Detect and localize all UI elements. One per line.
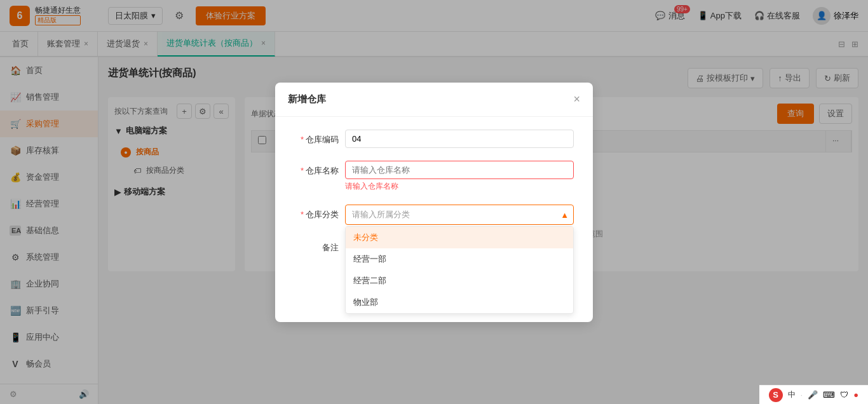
status-bar: S 中 · 🎤 ⌨ 🛡 ● [759,385,868,404]
category-placeholder: 请输入所属分类 [352,209,410,220]
dropdown-option-0[interactable]: 未分类 [346,227,573,248]
category-input-wrap[interactable]: 请输入所属分类 [345,205,574,225]
mic-icon[interactable]: 🎤 [808,390,818,400]
shield-icon: 🛡 [840,390,848,400]
category-field: 请输入所属分类 ▲ 未分类 经营一部 经营二部 物业部 [345,205,574,225]
code-label: 仓库编码 [294,130,345,145]
s-icon: S [769,388,783,402]
dot-separator: · [801,390,803,400]
keyboard-icon[interactable]: ⌨ [823,390,835,400]
dropdown-option-1[interactable]: 经营一部 [346,248,573,270]
category-label: 仓库分类 [294,205,345,220]
chevron-up-icon[interactable]: ▲ [560,210,569,219]
form-row-code: 仓库编码 [294,130,574,148]
code-input[interactable] [345,130,574,148]
red-dot-icon: ● [853,390,858,400]
note-label: 备注 [294,238,345,253]
form-row-name: 仓库名称 请输入仓库名称 [294,161,574,192]
name-label: 仓库名称 [294,161,345,177]
dialog-title: 新增仓库 [288,93,326,105]
form-row-category: 仓库分类 请输入所属分类 ▲ 未分类 经营一部 经营二部 物业部 [294,205,574,225]
dropdown-option-3[interactable]: 物业部 [346,292,573,313]
dialog-close-button[interactable]: × [573,93,580,106]
code-field [345,130,574,148]
dropdown-option-2[interactable]: 经营二部 [346,270,573,292]
zhong-label: 中 [788,389,796,400]
name-field: 请输入仓库名称 [345,161,574,192]
name-error-text: 请输入仓库名称 [345,181,574,192]
dialog-add-warehouse: 新增仓库 × 仓库编码 仓库名称 请输入仓库名称 仓库分类 [275,83,593,322]
category-dropdown: 未分类 经营一部 经营二部 物业部 [345,226,574,314]
dialog-body: 仓库编码 仓库名称 请输入仓库名称 仓库分类 请输入所属分类 [275,117,593,281]
name-input[interactable] [345,161,574,179]
modal-overlay[interactable]: 新增仓库 × 仓库编码 仓库名称 请输入仓库名称 仓库分类 [0,0,868,404]
dialog-header: 新增仓库 × [275,83,593,117]
